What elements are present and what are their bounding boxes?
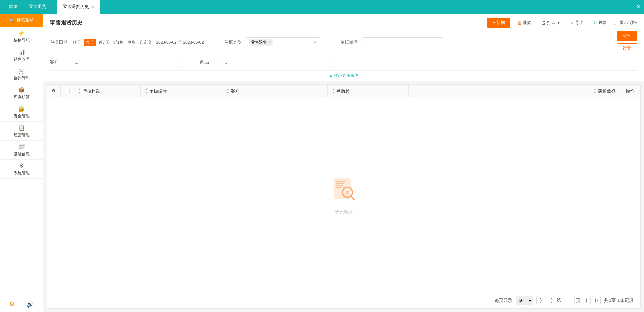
- basic-info-icon: 📰: [18, 143, 25, 150]
- search-icon: 🔍: [9, 18, 15, 23]
- page-number-input[interactable]: [563, 296, 575, 305]
- top-bar-right: ✕: [636, 3, 641, 10]
- th-spacer: [409, 85, 563, 97]
- sidebar-audio-icon[interactable]: 🔊: [26, 300, 34, 308]
- empty-text: 暂无数据: [335, 209, 353, 215]
- collapse-text: 收起更多条件: [334, 73, 358, 79]
- sidebar-item-label: 库存核算: [14, 94, 30, 100]
- select-all-checkbox[interactable]: [65, 89, 70, 93]
- print-dropdown-icon: ▼: [557, 21, 560, 25]
- stock-calc-icon: 📦: [18, 87, 25, 93]
- date-opt-1month[interactable]: 近1月: [112, 39, 125, 46]
- sidebar-item-quick-nav[interactable]: ⚡ 快捷导航: [0, 27, 43, 46]
- filter-product: 商品: [200, 57, 330, 67]
- refresh-icon: ↻: [593, 20, 597, 25]
- sidebar-item-label: 采购管理: [14, 75, 30, 81]
- filter-row-1: 单据日期 昨天 今天 近7天 近1月 更多 自定义 2023-06-02 至 2…: [50, 31, 637, 53]
- sales-mgmt-icon: 📊: [18, 49, 25, 55]
- bill-type-select[interactable]: 零售退货 ✕ ▼: [246, 37, 320, 47]
- add-button[interactable]: + 新增: [487, 18, 510, 28]
- sidebar-settings-icon[interactable]: ⚙: [9, 300, 15, 308]
- ops-mgmt-icon: 📋: [18, 125, 25, 131]
- filter-date: 单据日期 昨天 今天 近7天 近1月 更多 自定义 2023-06-02 至 2…: [50, 39, 204, 46]
- window-close-icon[interactable]: ✕: [636, 3, 641, 10]
- pagination-summary: 共0页, 0条记录: [604, 297, 634, 304]
- query-button[interactable]: 查询: [617, 31, 637, 41]
- sidebar-search[interactable]: 🔍 搜索菜单: [0, 14, 43, 27]
- bill-type-dropdown-icon: ▼: [313, 40, 317, 44]
- display-detail-checkbox[interactable]: [614, 21, 618, 25]
- svg-rect-2: [336, 183, 344, 184]
- svg-rect-1: [336, 181, 345, 182]
- tab-retail-return-history[interactable]: 零售退货历史 ✕: [57, 0, 100, 14]
- th-amount[interactable]: ▲▼ 实销金额: [563, 85, 620, 97]
- th-checkbox[interactable]: [61, 85, 74, 97]
- filter-bill-type: 单据类型 零售退货 ✕ ▼: [224, 37, 320, 47]
- sidebar-item-label: 经营管理: [14, 132, 30, 138]
- table-settings-icon[interactable]: ⚙: [52, 88, 56, 93]
- bill-type-tag: 零售退货 ✕: [249, 39, 273, 46]
- sidebar-item-basic-info[interactable]: 📰 基础信息: [0, 141, 43, 160]
- sidebar-item-purchase-mgmt[interactable]: 🛒 采购管理: [0, 65, 43, 84]
- sidebar-item-finance-mgmt[interactable]: 🔐 资金管理: [0, 103, 43, 122]
- sort-amount-icon: ▲▼: [593, 88, 597, 94]
- date-opt-yesterday[interactable]: 昨天: [72, 39, 82, 46]
- sidebar-item-ops-mgmt[interactable]: 📋 经营管理: [0, 122, 43, 141]
- th-guide[interactable]: ▲▼ 导购员: [328, 85, 409, 97]
- collapse-button[interactable]: ▲ 收起更多条件: [50, 70, 637, 81]
- page-title: 零售退货历史: [50, 19, 82, 26]
- last-page-button[interactable]: ⟩⟩: [592, 296, 601, 305]
- date-options: 昨天 今天 近7天 近1月 更多 自定义: [72, 39, 153, 46]
- setting-button[interactable]: 设置: [617, 43, 637, 53]
- toolbar: + 新增 🗑 删除 🖨 打印 ▼ ↗ 导出 ↻: [487, 18, 637, 28]
- filter-area: 单据日期 昨天 今天 近7天 近1月 更多 自定义 2023-06-02 至 2…: [50, 31, 637, 81]
- date-range-text: 2023-06-02 至 2023-06-02: [156, 40, 204, 45]
- date-opt-today[interactable]: 今天: [84, 39, 96, 46]
- delete-button[interactable]: 🗑 删除: [515, 18, 534, 27]
- th-bill-no[interactable]: ▲▼ 单据编号: [141, 85, 222, 97]
- page-nav: ⟨⟨ ⟨ 第 页 ⟩ ⟩⟩: [536, 296, 601, 305]
- top-bar: 首页 零售退货 ✕ 零售退货历史 ✕ ✕: [0, 0, 644, 14]
- sidebar-item-stock-calc[interactable]: 📦 库存核算: [0, 84, 43, 103]
- date-opt-more[interactable]: 更多: [126, 39, 137, 46]
- export-button[interactable]: ↗ 导出: [567, 18, 587, 27]
- tab-retail-return-close[interactable]: ✕: [48, 5, 51, 9]
- first-page-button[interactable]: ⟨⟨: [536, 296, 545, 305]
- date-opt-custom[interactable]: 自定义: [138, 39, 153, 46]
- th-settings[interactable]: ⚙: [47, 85, 61, 97]
- bill-no-input[interactable]: [362, 37, 443, 47]
- tab-retail-return-history-close[interactable]: ✕: [91, 5, 94, 9]
- sys-mgmt-icon: ⚙: [19, 162, 24, 169]
- sidebar-item-sales-mgmt[interactable]: 📊 销售管理: [0, 46, 43, 65]
- sidebar-item-label: 资金管理: [14, 113, 30, 119]
- filter-bill-no: 单据编号: [340, 37, 443, 47]
- display-detail-toggle[interactable]: 显示明细: [614, 20, 637, 26]
- th-action: 操作: [620, 85, 640, 97]
- quick-nav-icon: ⚡: [18, 30, 25, 36]
- product-input[interactable]: [222, 57, 330, 67]
- table-area: ⚙ ▲▼ 单据日期 ▲▼ 单据编号 ▲▼ 客户 ▲▼: [47, 84, 641, 309]
- tab-home[interactable]: 首页: [3, 0, 23, 14]
- bill-type-label: 单据类型: [224, 39, 243, 45]
- tab-retail-return[interactable]: 零售退货 ✕: [23, 0, 57, 14]
- sort-date-icon: ▲▼: [78, 88, 81, 94]
- per-page-select[interactable]: 50 10 20 100: [516, 296, 533, 305]
- next-page-button[interactable]: ⟩: [582, 296, 591, 305]
- print-button[interactable]: 🖨 打印 ▼: [539, 18, 563, 27]
- th-customer[interactable]: ▲▼ 客户: [222, 85, 328, 97]
- empty-state: 暂无数据: [47, 97, 640, 292]
- prev-page-button[interactable]: ⟨: [547, 296, 555, 305]
- empty-illustration: [329, 175, 359, 205]
- customer-input[interactable]: [72, 57, 180, 67]
- date-opt-7days[interactable]: 近7天: [97, 39, 111, 46]
- finance-mgmt-icon: 🔐: [18, 106, 25, 112]
- sidebar-item-sys-mgmt[interactable]: ⚙ 系统管理: [0, 160, 43, 179]
- sidebar: 🔍 搜索菜单 ⚡ 快捷导航 📊 销售管理 🛒 采购管理 📦 库存核算 🔐 资金管…: [0, 14, 43, 312]
- bill-type-remove[interactable]: ✕: [268, 40, 271, 45]
- filter-row-2: 客户 商品: [50, 57, 637, 67]
- sidebar-bottom: ⚙ 🔊: [0, 296, 43, 312]
- table-header: ⚙ ▲▼ 单据日期 ▲▼ 单据编号 ▲▼ 客户 ▲▼: [47, 85, 640, 97]
- refresh-button[interactable]: ↻ 刷新: [591, 18, 610, 27]
- th-date[interactable]: ▲▼ 单据日期: [74, 85, 141, 97]
- sort-customer-icon: ▲▼: [226, 88, 230, 94]
